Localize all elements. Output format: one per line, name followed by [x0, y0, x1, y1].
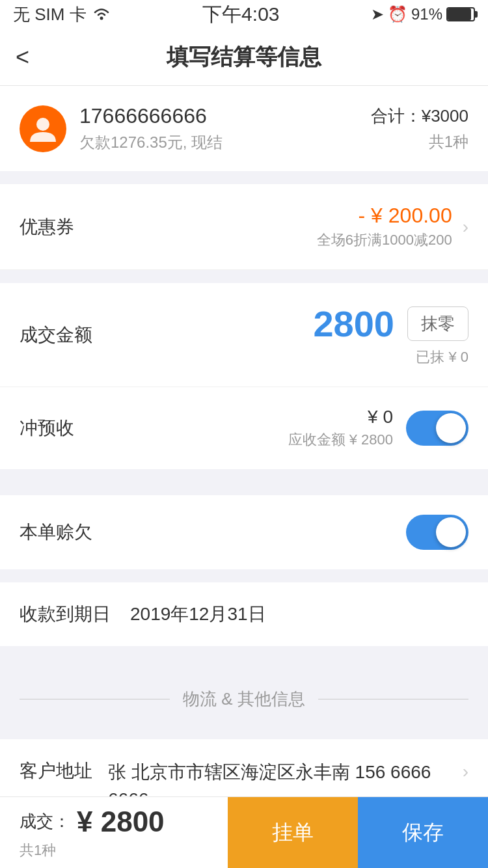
bottom-summary: 成交： ¥ 2800 共1种: [0, 806, 228, 860]
logistics-section: 物流 & 其他信息: [0, 672, 488, 726]
prereceive-amount: ¥ 0: [288, 407, 393, 427]
status-right: ➤ ⏰ 91%: [371, 5, 475, 23]
content-area: 17666666666 欠款1276.35元, 现结 合计：¥3000 共1种 …: [0, 86, 488, 868]
status-left: 无 SIM 卡: [13, 3, 111, 26]
amount-row: 成交金额 2800 抹零 已抹 ¥ 0: [0, 283, 488, 387]
location-icon: ➤: [371, 5, 384, 23]
coupon-right: - ¥ 200.00 全场6折满1000减200 ›: [317, 204, 468, 250]
avatar: [20, 105, 66, 152]
bottom-bar: 成交： ¥ 2800 共1种 挂单 保存: [0, 796, 488, 868]
prereceive-row: 冲预收 ¥ 0 应收金额 ¥ 2800: [0, 387, 488, 469]
battery-icon: [446, 7, 475, 21]
coupon-desc: 全场6折满1000减200: [317, 230, 452, 250]
address-chevron-icon: ›: [463, 761, 468, 782]
debit-toggle[interactable]: [406, 515, 468, 550]
pending-button[interactable]: 挂单: [228, 797, 358, 869]
amount-right: 2800 抹零 已抹 ¥ 0: [313, 303, 468, 367]
customer-sub-text: 欠款1276.35元, 现结: [79, 132, 223, 153]
divider-2: [0, 482, 488, 495]
address-label: 客户地址: [20, 759, 98, 783]
prereceive-sub: 应收金额 ¥ 2800: [288, 430, 393, 450]
debit-section: 本单赊欠: [0, 495, 488, 569]
toggle-knob: [436, 413, 466, 443]
bottom-summary-label: 成交：: [20, 810, 70, 833]
coupon-info: - ¥ 200.00 全场6折满1000减200: [317, 204, 452, 250]
duedate-section: 收款到期日 2019年12月31日: [0, 582, 488, 646]
divider-1: [0, 270, 488, 283]
round-button[interactable]: 抹零: [407, 306, 468, 341]
nav-bar: < 填写结算等信息: [0, 29, 488, 86]
total-count: 共1种: [371, 131, 468, 152]
prereceive-right: ¥ 0 应收金额 ¥ 2800: [288, 407, 468, 450]
total-label: 合计：¥3000: [371, 105, 468, 128]
customer-left: 17666666666 欠款1276.35元, 现结: [20, 104, 223, 153]
amount-value-group: 2800 抹零: [313, 303, 468, 345]
bottom-summary-top: 成交： ¥ 2800: [20, 806, 208, 838]
coupon-row[interactable]: 优惠券 - ¥ 200.00 全场6折满1000减200 ›: [0, 184, 488, 270]
transaction-sub: 已抹 ¥ 0: [313, 347, 468, 367]
coupon-label: 优惠券: [20, 215, 74, 239]
debit-toggle-knob: [436, 517, 466, 547]
clock-icon: ⏰: [388, 5, 407, 23]
svg-point-0: [100, 16, 103, 20]
transaction-amount: 2800: [313, 303, 394, 345]
prereceive-amount-group: ¥ 0 应收金额 ¥ 2800: [288, 407, 393, 450]
back-button[interactable]: <: [16, 44, 29, 71]
logistics-divider-right: [318, 699, 468, 699]
debit-label: 本单赊欠: [20, 520, 92, 545]
bottom-summary-count: 共1种: [20, 841, 208, 860]
svg-point-1: [36, 118, 49, 131]
save-button[interactable]: 保存: [358, 797, 488, 869]
logistics-divider-left: [20, 699, 170, 699]
duedate-value: 2019年12月31日: [130, 602, 266, 627]
page-title: 填写结算等信息: [167, 42, 321, 72]
duedate-label: 收款到期日: [20, 602, 111, 627]
status-time: 下午4:03: [202, 1, 279, 28]
customer-phone: 17666666666: [79, 104, 223, 128]
customer-info: 17666666666 欠款1276.35元, 现结: [79, 104, 223, 153]
wifi-icon: [92, 5, 111, 25]
prereceive-label: 冲预收: [20, 416, 74, 441]
logistics-label: 物流 & 其他信息: [170, 688, 318, 711]
sim-status: 无 SIM 卡: [13, 3, 87, 26]
coupon-amount: - ¥ 200.00: [317, 204, 452, 228]
prereceive-toggle[interactable]: [406, 411, 468, 446]
coupon-chevron-icon: ›: [463, 217, 468, 237]
divider-3: [0, 659, 488, 672]
status-bar: 无 SIM 卡 下午4:03 ➤ ⏰ 91%: [0, 0, 488, 29]
battery-percent: 91%: [411, 5, 442, 23]
amount-section: 成交金额 2800 抹零 已抹 ¥ 0 冲预收 ¥ 0 应收金额 ¥ 2800: [0, 283, 488, 469]
transaction-label: 成交金额: [20, 323, 92, 347]
bottom-summary-amount: ¥ 2800: [77, 806, 165, 838]
customer-right: 合计：¥3000 共1种: [371, 105, 468, 152]
customer-row: 17666666666 欠款1276.35元, 现结 合计：¥3000 共1种: [0, 86, 488, 171]
